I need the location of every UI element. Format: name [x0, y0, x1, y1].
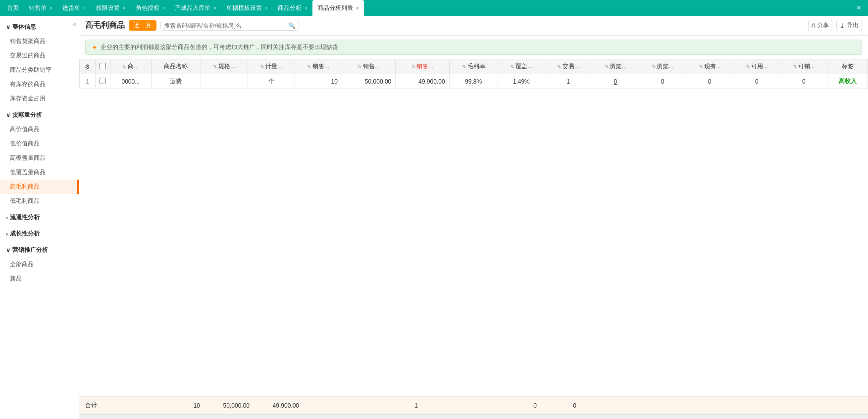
share-button[interactable]: ⎙ 分享 — [808, 20, 832, 31]
sidebar-item-category-rate[interactable]: 商品分类助销率 — [0, 63, 79, 77]
share-icon: ⎙ — [812, 22, 815, 29]
chevron-right-icon: › — [6, 214, 8, 221]
row-unit: 个 — [248, 74, 295, 89]
row-select-checkbox[interactable] — [100, 78, 106, 84]
row-sales-amt: 50,000.00 — [342, 74, 395, 89]
row-sales-profit: 49,900.00 — [396, 74, 449, 89]
col-trade-times[interactable]: 交易... — [545, 59, 592, 74]
close-purchase-order-icon[interactable]: × — [83, 5, 86, 11]
row-code[interactable]: 0000... — [110, 74, 152, 89]
search-icon[interactable]: 🔍 — [288, 22, 296, 29]
col-gross-margin[interactable]: 毛利率 — [449, 59, 498, 74]
chevron-right-icon-2: › — [6, 231, 8, 237]
sidebar-item-low-margin[interactable]: 低毛利商品 — [0, 194, 79, 208]
row-saleable-stock: 0 — [780, 74, 827, 89]
footer-sales-profit: 49,900.00 — [254, 402, 303, 409]
search-input[interactable] — [164, 22, 286, 29]
sidebar-item-high-margin[interactable]: 高毛利商品 — [0, 180, 79, 194]
col-browse1[interactable]: 浏览... — [592, 59, 639, 74]
footer-browse1 — [422, 402, 461, 409]
close-analysis-list-icon[interactable]: × — [356, 5, 359, 11]
sidebar-item-sales-shelf[interactable]: 销售货架商品 — [0, 34, 79, 48]
content-area: 高毛利商品 近一月 🔍 ⎙ 分享 ⤓ 导出 ✦ 企业的主要的利润都是这部分商品创… — [79, 16, 868, 419]
tag-label: 高收入 — [839, 78, 857, 85]
nav-sales-order[interactable]: 销售单 × — [24, 0, 57, 16]
sidebar-item-high-coverage[interactable]: 高覆盖量商品 — [0, 151, 79, 165]
select-all-checkbox[interactable] — [100, 63, 106, 69]
col-sales-qty[interactable]: 销售... — [295, 59, 342, 74]
row-current-stock: 0 — [686, 74, 733, 89]
sidebar-item-low-value[interactable]: 低价值商品 — [0, 137, 79, 151]
chevron-down-icon-3: ∨ — [6, 247, 10, 254]
col-tag: 标签 — [827, 59, 868, 74]
col-saleable-stock[interactable]: 可销... — [780, 59, 827, 74]
product-table: ⚙ 商... 商品名称 规格... 计量... 销售... 销售... 销售..… — [79, 59, 868, 89]
sidebar-group-liquidity[interactable]: › 流通性分析 — [0, 210, 79, 225]
nav-home[interactable]: 首页 — [2, 0, 24, 16]
nav-role-auth[interactable]: 角色授权 × — [131, 0, 170, 16]
sidebar-group-overall[interactable]: ∨ 整体信息 — [0, 20, 79, 34]
close-permission-icon[interactable]: × — [123, 5, 126, 11]
col-code[interactable]: 商... — [110, 59, 152, 74]
col-unit[interactable]: 计量... — [248, 59, 295, 74]
search-box: 🔍 — [160, 21, 299, 31]
horizontal-scrollbar[interactable] — [79, 414, 868, 419]
sidebar-item-all-products[interactable]: 全部商品 — [0, 257, 79, 272]
nav-product-analysis-list[interactable]: 商品分析列表 × — [312, 0, 364, 16]
footer-trade-times: 1 — [382, 402, 422, 409]
table-row: 1 0000... 运费 个 10 50,000.00 49,900.00 99… — [80, 74, 868, 89]
nav-template-settings[interactable]: 单据模板设置 × — [221, 0, 273, 16]
col-coverage[interactable]: 覆盖... — [498, 59, 545, 74]
close-sales-order-icon[interactable]: × — [50, 5, 52, 11]
col-spec[interactable]: 规格... — [201, 59, 248, 74]
col-name[interactable]: 商品名称 — [151, 59, 201, 74]
close-template-icon[interactable]: × — [265, 5, 268, 11]
window-close-button[interactable]: × — [852, 3, 866, 12]
row-browse1[interactable]: 0 — [592, 74, 639, 89]
close-product-inbound-icon[interactable]: × — [213, 5, 216, 11]
col-sales-profit[interactable]: 销售... — [396, 59, 449, 74]
sidebar-item-stock-capital[interactable]: 库存资金占用 — [0, 92, 79, 106]
header-actions: ⎙ 分享 ⤓ 导出 — [808, 20, 862, 31]
row-sales-qty: 10 — [295, 74, 342, 89]
table-wrapper: ⚙ 商... 商品名称 规格... 计量... 销售... 销售... 销售..… — [79, 59, 868, 396]
nav-permission-settings[interactable]: 权限设置 × — [91, 0, 131, 16]
close-product-analysis-icon[interactable]: × — [305, 5, 307, 11]
nav-product-inbound[interactable]: 产成品入库单 × — [170, 0, 221, 16]
nav-purchase-order[interactable]: 进货单 × — [57, 0, 91, 16]
sidebar-group-growth[interactable]: › 成长性分析 — [0, 227, 79, 241]
col-browse2[interactable]: 浏览... — [639, 59, 686, 74]
col-checkbox[interactable] — [96, 59, 110, 74]
sidebar-item-low-coverage[interactable]: 低覆盖量商品 — [0, 165, 79, 180]
row-checkbox[interactable] — [96, 74, 110, 89]
footer-cells: 10 50,000.00 49,900.00 1 0 0 — [145, 402, 862, 409]
footer-sales-amt: 50,000.00 — [204, 402, 254, 409]
row-trade-times: 1 — [545, 74, 592, 89]
sidebar-item-in-stock[interactable]: 有库存的商品 — [0, 77, 79, 92]
sidebar: « ∨ 整体信息 销售货架商品 交易过的商品 商品分类助销率 有库存的商品 库存… — [0, 16, 79, 419]
row-name[interactable]: 运费 — [151, 74, 201, 89]
browse1-link[interactable]: 0 — [614, 78, 617, 85]
row-index: 1 — [80, 74, 96, 89]
col-current-stock[interactable]: 现有... — [686, 59, 733, 74]
footer-label: 合计: — [85, 401, 145, 410]
sidebar-group-marketing[interactable]: ∨ 营销推广分析 — [0, 243, 79, 257]
export-button[interactable]: ⤓ 导出 — [836, 20, 862, 31]
sidebar-group-contribution[interactable]: ∨ 贡献量分析 — [0, 108, 79, 122]
col-settings[interactable]: ⚙ — [80, 59, 96, 74]
content-header: 高毛利商品 近一月 🔍 ⎙ 分享 ⤓ 导出 — [79, 16, 868, 36]
chevron-down-icon-2: ∨ — [6, 112, 10, 119]
filter-recent-month-button[interactable]: 近一月 — [129, 20, 156, 31]
footer-browse2 — [461, 402, 501, 409]
sidebar-item-new-products[interactable]: 新品 — [0, 272, 79, 286]
close-role-auth-icon[interactable]: × — [162, 5, 165, 11]
sidebar-item-high-value[interactable]: 高价值商品 — [0, 122, 79, 137]
footer-coverage — [343, 402, 382, 409]
table-header-row: ⚙ 商... 商品名称 规格... 计量... 销售... 销售... 销售..… — [80, 59, 868, 74]
sidebar-collapse-button[interactable]: « — [73, 20, 77, 28]
col-sales-amt[interactable]: 销售... — [342, 59, 395, 74]
sidebar-item-traded[interactable]: 交易过的商品 — [0, 48, 79, 63]
nav-product-analysis[interactable]: 商品分析 × — [273, 0, 312, 16]
footer-gross-margin — [303, 402, 343, 409]
col-available-stock[interactable]: 可用... — [733, 59, 780, 74]
